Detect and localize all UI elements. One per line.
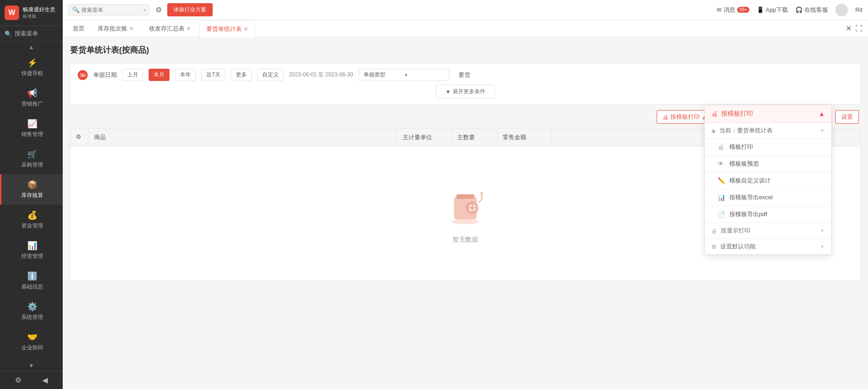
doc-type-select[interactable]: 单据类型 ▼ xyxy=(359,69,449,81)
sidebar-item-sales[interactable]: 📈 销售管理 xyxy=(0,113,63,144)
sidebar-item-label: 快捷导航 xyxy=(21,70,43,77)
template-pdf-section: 📄 按模板导出pdf xyxy=(705,206,831,223)
date-btn-more[interactable]: 更多 xyxy=(231,69,252,81)
sidebar-item-label: 销售管理 xyxy=(21,131,43,138)
current-template-header[interactable]: ◈ 当前：要货单统计表 ▼ xyxy=(705,123,831,138)
col-settings-icon[interactable]: ⚙ xyxy=(76,133,81,140)
doc-type-arrow-icon: ▼ xyxy=(404,72,409,78)
expand-icon: ▼ xyxy=(445,89,451,95)
user-avatar[interactable] xyxy=(835,4,848,16)
topbar-settings-icon[interactable]: ⚙ xyxy=(154,4,164,16)
app-subtitle: 标准版 xyxy=(23,13,55,20)
sidebar-item-enterprise[interactable]: 🤝 企业协同 xyxy=(0,327,63,357)
sidebar-item-shortcut[interactable]: ⚡ 快捷导航 xyxy=(0,52,63,83)
tab-home[interactable]: 首页 xyxy=(68,22,89,35)
table-col-settings[interactable]: ⚙ xyxy=(70,129,89,146)
sidebar-item-purchase[interactable]: 🛒 采购管理 xyxy=(0,144,63,174)
date-btn-custom[interactable]: 自定义 xyxy=(257,69,284,81)
svg-rect-2 xyxy=(456,194,474,199)
sidebar: W 畅康通好生意 标准版 🔍 搜索菜单 ▲ ⚡ 快捷导航 📢 营销推广 📈 销售… xyxy=(0,0,63,389)
sidebar-nav: ⚡ 快捷导航 📢 营销推广 📈 销售管理 🛒 采购管理 📦 库存核算 💰 资金管… xyxy=(0,52,63,360)
date-btn-7days[interactable]: 近7天 xyxy=(201,69,225,81)
business-icon: 📊 xyxy=(27,241,37,251)
purchase-icon: 🛒 xyxy=(27,149,37,159)
experience-btn[interactable]: 体验行业方案 xyxy=(167,3,213,16)
template-custom-icon: ✏️ xyxy=(718,177,725,184)
template-pdf-icon: 📄 xyxy=(718,211,725,218)
template-excel-label: 按模板导出excel xyxy=(729,193,773,202)
sidebar-scroll-up[interactable]: ▲ xyxy=(0,42,63,52)
template-excel-item[interactable]: 📊 按模板导出excel xyxy=(705,189,831,206)
dropdown-print-icon: 🖨 xyxy=(711,110,718,117)
display-print-icon: 🖨 xyxy=(711,227,717,234)
template-excel-icon: 📊 xyxy=(718,194,725,201)
sidebar-item-business[interactable]: 📊 经营管理 xyxy=(0,235,63,266)
tab-close-inventory-batch[interactable]: ✕ xyxy=(129,25,134,32)
marketing-icon: 📢 xyxy=(27,88,37,98)
date-btn-this-year[interactable]: 本年 xyxy=(175,69,196,81)
print-icon: 🖨 xyxy=(663,114,668,121)
main-content: 🔍 ▼ ⚙ 体验行业方案 ✉ 消息 99+ 📱 App下载 🎧 在线客服 Rit xyxy=(63,0,868,389)
page-content: 要货单统计表(按商品) ≫ 单据日期 上月 本月 本年 近7天 更多 自定义 2… xyxy=(63,37,868,389)
app-name: 畅康通好生意 xyxy=(23,6,55,14)
date-btn-last-month[interactable]: 上月 xyxy=(122,69,143,81)
sidebar-item-label: 营销推广 xyxy=(21,100,43,108)
tab-close-window-btn[interactable]: ✕ xyxy=(846,24,852,33)
filter-toggle-btn[interactable]: ≫ xyxy=(78,70,88,80)
table-col-unit: 主计量单位 xyxy=(397,129,452,146)
template-custom-item[interactable]: ✏️ 模板自定义设计 xyxy=(705,172,831,189)
tab-receipt-summary[interactable]: 收发存汇总表 ✕ xyxy=(142,20,198,37)
sidebar-item-label: 采购管理 xyxy=(21,161,43,169)
doc-type-label: 单据类型 xyxy=(364,71,385,79)
tab-requisition-stats[interactable]: 要货单统计表 ✕ xyxy=(200,20,255,37)
template-excel-section: 📊 按模板导出excel xyxy=(705,189,831,206)
topbar-online-service[interactable]: 🎧 在线客服 xyxy=(795,6,828,14)
messages-badge: 99+ xyxy=(737,7,749,13)
default-func-label: 设置默认功能 xyxy=(720,242,756,251)
filter-bar: ≫ 单据日期 上月 本月 本年 近7天 更多 自定义 2023-06-01 至 … xyxy=(70,63,861,105)
sidebar-item-label: 库存核算 xyxy=(21,192,43,199)
template-preview-item[interactable]: 👁 模板板预览 xyxy=(705,156,831,172)
app-logo: W 畅康通好生意 标准版 xyxy=(0,0,63,26)
default-func-header[interactable]: ⚙ 设置默认功能 ▼ xyxy=(705,239,831,254)
date-range-display: 2023-06-01 至 2023-06-30 xyxy=(289,71,353,79)
sidebar-item-system[interactable]: ⚙️ 系统管理 xyxy=(0,296,63,327)
date-btn-this-month[interactable]: 本月 xyxy=(149,69,170,81)
tab-maximize-btn[interactable]: ⛶ xyxy=(855,25,863,33)
sidebar-search[interactable]: 🔍 搜索菜单 xyxy=(0,26,63,42)
settings-bottom-btn[interactable]: ⚙ xyxy=(15,376,21,384)
tab-close-requisition-stats[interactable]: ✕ xyxy=(244,26,248,32)
template-print-item[interactable]: 🖨 模板打印 xyxy=(705,139,831,155)
sidebar-item-label: 资金管理 xyxy=(21,222,43,230)
tab-close-receipt-summary[interactable]: ✕ xyxy=(186,25,191,32)
topbar-messages[interactable]: ✉ 消息 99+ xyxy=(717,6,749,14)
settings-btn[interactable]: 设置 xyxy=(835,110,859,124)
sidebar-item-marketing[interactable]: 📢 营销推广 xyxy=(0,83,63,113)
tabs-bar: 首页 库存批次账 ✕ 收发存汇总表 ✕ 要货单统计表 ✕ ✕ ⛶ xyxy=(63,20,868,37)
template-print-label: 模板打印 xyxy=(729,143,753,151)
collapse-sidebar-btn[interactable]: ◀ xyxy=(42,376,48,384)
tab-inventory-batch[interactable]: 库存批次账 ✕ xyxy=(91,20,140,37)
online-service-label: 在线客服 xyxy=(804,6,828,14)
expand-more-btn[interactable]: ▼ 展开更多条件 xyxy=(436,85,495,99)
empty-text: 暂无数据 xyxy=(453,236,478,244)
sidebar-item-guide[interactable]: 🎯 新手引导 xyxy=(0,357,63,360)
template-pdf-item[interactable]: 📄 按模板导出pdf xyxy=(705,206,831,222)
sidebar-scroll-down[interactable]: ▼ xyxy=(0,360,63,371)
svg-point-7 xyxy=(480,192,483,195)
topbar-app-download[interactable]: 📱 App下载 xyxy=(757,6,788,14)
messages-icon: ✉ xyxy=(717,6,722,13)
sidebar-item-inventory[interactable]: 📦 库存核算 xyxy=(0,174,63,205)
sidebar-bottom: ⚙ ◀ xyxy=(0,371,63,389)
dropdown-collapse-btn[interactable]: ▲ xyxy=(818,110,825,117)
sidebar-item-basic[interactable]: ℹ️ 基础信息 xyxy=(0,266,63,296)
app-download-icon: 📱 xyxy=(757,6,764,13)
topbar-search-input[interactable] xyxy=(81,7,140,13)
topbar-search-box[interactable]: 🔍 ▼ xyxy=(68,4,150,15)
filter-row: ≫ 单据日期 上月 本月 本年 近7天 更多 自定义 2023-06-01 至 … xyxy=(78,69,853,81)
current-template-section: ◈ 当前：要货单统计表 ▼ xyxy=(705,123,831,139)
display-print-header[interactable]: 🖨 按显示打印 ▼ xyxy=(705,223,831,238)
finance-icon: 💰 xyxy=(27,210,37,220)
user-name: Rit xyxy=(855,6,863,13)
sidebar-item-finance[interactable]: 💰 资金管理 xyxy=(0,205,63,235)
